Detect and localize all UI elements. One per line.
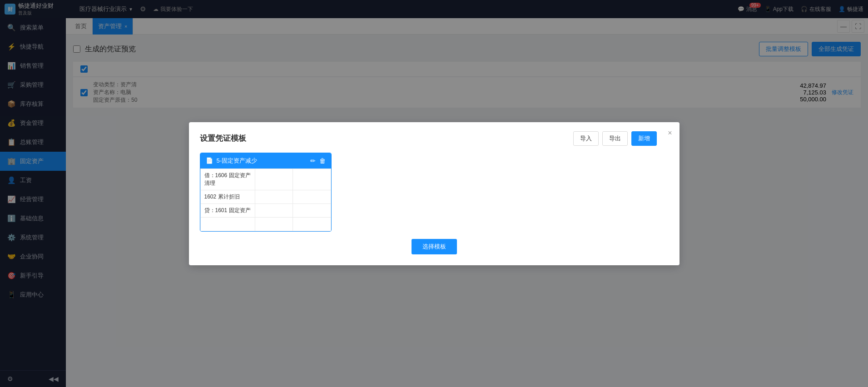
row-col3-3: [255, 217, 293, 231]
select-template-btn[interactable]: 选择模板: [412, 239, 457, 254]
row-col4-3: [293, 217, 331, 231]
template-row-2: 贷：1601 固定资产: [200, 203, 331, 217]
template-table: 借：1606 固定资产清理 1602 累计折旧 贷：1601 固定资产: [200, 169, 331, 231]
template-row-1: 1602 累计折旧: [200, 190, 331, 203]
modal-overlay: 设置凭证模板 导入 导出 新增 × 📄 5-固定资产减少 ✏ 🗑 借：1606 …: [0, 0, 868, 387]
template-row-0: 借：1606 固定资产清理: [200, 169, 331, 190]
row-side-3: [200, 217, 255, 231]
row-col3-1: [255, 190, 293, 203]
template-name: 5-固定资产减少: [217, 157, 307, 165]
modal-actions: 导入 导出 新增: [573, 131, 657, 146]
row-col4-2: [293, 203, 331, 217]
template-row-3: [200, 217, 331, 231]
import-btn[interactable]: 导入: [573, 131, 599, 146]
export-btn[interactable]: 导出: [602, 131, 628, 146]
template-card: 📄 5-固定资产减少 ✏ 🗑 借：1606 固定资产清理 1602 累计折旧 贷…: [200, 153, 332, 232]
row-col4-0: [293, 169, 331, 190]
template-header-icon: 📄: [206, 157, 213, 164]
row-side-1: 1602 累计折旧: [200, 190, 255, 203]
new-btn[interactable]: 新增: [631, 131, 657, 146]
row-col4-1: [293, 190, 331, 203]
row-side-2: 贷：1601 固定资产: [200, 203, 255, 217]
row-col3-2: [255, 203, 293, 217]
modal-dialog: 设置凭证模板 导入 导出 新增 × 📄 5-固定资产减少 ✏ 🗑 借：1606 …: [189, 122, 680, 265]
row-side-0: 借：1606 固定资产清理: [200, 169, 255, 190]
template-edit-icon[interactable]: ✏: [310, 157, 316, 164]
template-card-header: 📄 5-固定资产减少 ✏ 🗑: [200, 153, 331, 169]
template-select-area: 选择模板: [200, 239, 669, 254]
row-col3-0: [255, 169, 293, 190]
modal-close-btn[interactable]: ×: [668, 129, 672, 137]
template-delete-icon[interactable]: 🗑: [319, 157, 326, 164]
